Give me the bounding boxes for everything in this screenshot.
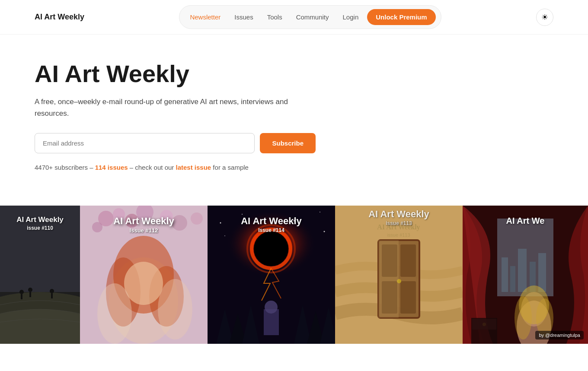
subscriber-stats: 4470+ subscribers – 114 issues – check o… bbox=[35, 164, 355, 171]
hero-description: A free, once–weekly e-mail round-up of g… bbox=[35, 96, 316, 119]
nav-issues[interactable]: Issues bbox=[229, 11, 258, 23]
issue-card-114[interactable]: AI Art Weekly Issue #114 bbox=[208, 206, 335, 344]
svg-point-24 bbox=[97, 283, 132, 344]
main-nav: Newsletter Issues Tools Community Login … bbox=[179, 5, 441, 29]
logo[interactable]: AI Art Weekly bbox=[35, 13, 84, 22]
sun-icon: ☀ bbox=[541, 13, 548, 22]
cover-112-title: AI Art Weekly bbox=[113, 216, 174, 226]
svg-point-42 bbox=[320, 212, 320, 212]
svg-point-69 bbox=[483, 323, 486, 326]
svg-point-17 bbox=[92, 222, 102, 232]
cover-114-title: AI Art Weekly bbox=[241, 216, 302, 226]
unlock-premium-button[interactable]: Unlock Premium bbox=[367, 9, 435, 25]
svg-point-65 bbox=[514, 296, 532, 339]
cover-113-title: AI Art Weekly bbox=[335, 209, 463, 219]
svg-point-38 bbox=[265, 301, 278, 314]
svg-rect-7 bbox=[29, 292, 31, 297]
subscribe-form: Subscribe bbox=[35, 133, 316, 153]
cover-114-issue: Issue #114 bbox=[241, 227, 302, 233]
svg-rect-59 bbox=[518, 249, 527, 292]
latest-issue-link[interactable]: latest issue bbox=[176, 164, 211, 171]
svg-rect-58 bbox=[510, 266, 515, 292]
svg-point-44 bbox=[324, 231, 325, 232]
svg-rect-50 bbox=[400, 281, 416, 314]
issues-link[interactable]: 114 issues bbox=[95, 164, 128, 171]
svg-rect-9 bbox=[51, 293, 53, 298]
svg-point-4 bbox=[19, 290, 24, 294]
svg-point-3 bbox=[0, 309, 80, 344]
cover-110-issue: issue #110 bbox=[16, 225, 64, 231]
cover-115-credit: by @dreamingtulpa bbox=[535, 331, 584, 339]
svg-point-40 bbox=[242, 214, 243, 215]
svg-point-28 bbox=[254, 231, 288, 266]
svg-point-25 bbox=[158, 279, 192, 339]
svg-rect-61 bbox=[538, 253, 546, 292]
cover-112-issue: Issue #112 bbox=[113, 227, 174, 234]
issues-carousel: AI Art Weekly issue #110 bbox=[0, 206, 588, 344]
stats-suffix: for a sample bbox=[211, 164, 249, 171]
issue-card-112[interactable]: AI Art Weekly Issue #112 bbox=[80, 206, 208, 344]
subscribe-button[interactable]: Subscribe bbox=[260, 133, 316, 153]
stats-middle: – check out our bbox=[128, 164, 176, 171]
header: AI Art Weekly Newsletter Issues Tools Co… bbox=[0, 0, 588, 35]
svg-point-43 bbox=[224, 235, 225, 236]
svg-rect-57 bbox=[502, 257, 508, 292]
svg-rect-5 bbox=[21, 294, 22, 299]
svg-point-6 bbox=[28, 288, 32, 292]
issue-card-110[interactable]: AI Art Weekly issue #110 bbox=[0, 206, 80, 344]
email-input[interactable] bbox=[35, 133, 255, 153]
cover-110-title: AI Art Weekly bbox=[16, 216, 64, 224]
stats-prefix: 4470+ subscribers – bbox=[35, 164, 95, 171]
svg-text:issue #113: issue #113 bbox=[387, 232, 410, 238]
issue-card-113[interactable]: AI Art Weekly issue #113 AI Art Weekly i… bbox=[335, 206, 463, 344]
svg-point-8 bbox=[50, 289, 54, 293]
nav-tools[interactable]: Tools bbox=[262, 11, 288, 23]
nav-newsletter[interactable]: Newsletter bbox=[185, 11, 226, 23]
page-title: AI Art Weekly bbox=[35, 60, 355, 87]
nav-community[interactable]: Community bbox=[291, 11, 334, 23]
nav-login[interactable]: Login bbox=[338, 11, 364, 23]
svg-point-39 bbox=[220, 222, 221, 223]
hero-section: AI Art Weekly A free, once–weekly e-mail… bbox=[0, 35, 588, 206]
issue-card-115[interactable]: AI Art We by @dreamingtulpa bbox=[463, 206, 588, 344]
header-right: ☀ bbox=[536, 9, 553, 26]
svg-point-23 bbox=[124, 262, 163, 305]
cover-113-issue: issue #113 bbox=[335, 220, 463, 226]
cover-115-title: AI Art We bbox=[506, 216, 545, 225]
svg-rect-48 bbox=[400, 244, 416, 277]
svg-point-18 bbox=[191, 212, 203, 225]
theme-toggle-button[interactable]: ☀ bbox=[536, 9, 553, 26]
